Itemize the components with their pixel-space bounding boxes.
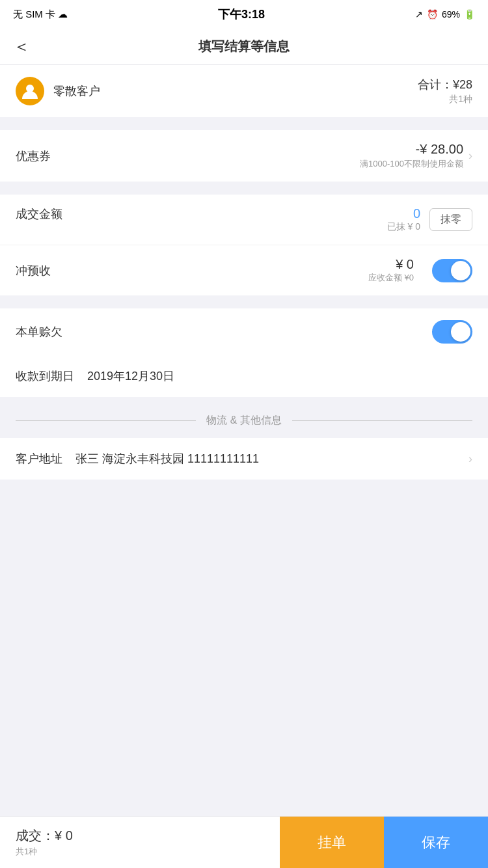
customer-left: 零散客户 [16,77,100,105]
logistics-header-text: 物流 & 其他信息 [206,414,282,427]
she-label: 本单赊欠 [16,324,62,340]
chong-sub: 应收金额 ¥0 [368,272,414,284]
chevron-right-icon: › [468,149,472,163]
customer-total: 合计：¥28 [418,77,472,92]
she-toggle[interactable] [432,320,472,344]
coupon-info: -¥ 28.00 满1000-100不限制使用金额 [360,142,463,170]
bottom-chengjiao: 成交：¥ 0 [16,827,264,845]
address-value: 张三 海淀永丰科技园 11111111111 [75,451,259,467]
bottom-summary: 成交：¥ 0 共1种 [0,827,280,858]
status-left: 无 SIM 卡 ☁ [13,8,68,21]
header-line-left [16,420,196,421]
bottom-count: 共1种 [16,846,264,858]
she-row: 本单赊欠 [0,308,488,355]
chengjiao-row: 成交金额 0 已抹 ¥ 0 抹零 [0,195,488,245]
header-line-right [292,420,472,421]
date-value: 2019年12月30日 [87,368,174,384]
customer-name: 零散客户 [53,83,100,99]
address-chevron-icon: › [468,452,472,466]
chong-row: 冲预收 ¥ 0 应收金额 ¥0 [0,245,488,295]
chengjiao-value: 0 [413,206,420,221]
toggle-knob [451,261,470,280]
customer-total-block: 合计：¥28 共1种 [418,77,472,105]
save-button[interactable]: 保存 [384,817,488,869]
chengjiao-value-group: 0 已抹 ¥ 0 [387,206,420,233]
bottom-chengjiao-label: 成交： [16,828,55,843]
sim-label: 无 SIM 卡 ☁ [13,8,68,21]
chong-toggle[interactable] [432,259,472,282]
coupon-desc: 满1000-100不限制使用金额 [360,158,463,170]
status-time: 下午3:18 [218,7,265,22]
customer-section: 零散客户 合计：¥28 共1种 [0,65,488,117]
empty-space [0,480,488,545]
divider-2 [0,188,488,195]
chong-amount: ¥ 0 [396,257,414,272]
battery-label: 69% [442,9,460,20]
transaction-section: 成交金额 0 已抹 ¥ 0 抹零 冲预收 ¥ 0 应收金额 ¥0 [0,195,488,295]
battery-icon: 🔋 [464,9,475,20]
chong-label: 冲预收 [16,263,51,278]
alarm-icon: ⏰ [427,9,438,20]
address-row[interactable]: 客户地址 张三 海淀永丰科技园 11111111111 › [0,438,488,480]
she-section: 本单赊欠 收款到期日 2019年12月30日 [0,308,488,397]
bottom-bar: 成交：¥ 0 共1种 挂单 保存 [0,816,488,868]
date-row: 收款到期日 2019年12月30日 [0,355,488,397]
divider-1 [0,124,488,130]
customer-row: 零散客户 合计：¥28 共1种 [0,65,488,117]
chong-middle: ¥ 0 应收金额 ¥0 [368,257,414,284]
she-toggle-knob [451,322,470,342]
chengjiao-label: 成交金额 [16,206,62,222]
page-title: 填写结算等信息 [198,38,290,55]
coupon-amount: -¥ 28.00 [360,142,463,157]
chengjiao-right: 0 已抹 ¥ 0 抹零 [387,206,472,233]
divider-3 [0,302,488,308]
status-bar: 无 SIM 卡 ☁ 下午3:18 ↗ ⏰ 69% 🔋 [0,0,488,29]
chengjiao-sub: 已抹 ¥ 0 [387,221,420,233]
address-label: 客户地址 [16,451,62,467]
back-button[interactable]: ＜ [13,35,30,58]
chong-right-group: ¥ 0 应收金额 ¥0 [368,257,472,284]
bottom-chengjiao-value: ¥ 0 [55,828,73,843]
coupon-section: 优惠券 -¥ 28.00 满1000-100不限制使用金额 › [0,130,488,182]
status-right: ↗ ⏰ 69% 🔋 [415,9,475,20]
address-left: 客户地址 张三 海淀永丰科技园 11111111111 [16,451,259,467]
hang-button[interactable]: 挂单 [280,817,384,869]
date-label: 收款到期日 [16,368,74,384]
coupon-right: -¥ 28.00 满1000-100不限制使用金额 › [360,142,472,170]
round-zero-button[interactable]: 抹零 [429,208,472,231]
nav-bar: ＜ 填写结算等信息 [0,29,488,65]
customer-count: 共1种 [418,94,472,105]
location-icon: ↗ [415,9,423,20]
avatar [16,77,44,105]
coupon-row[interactable]: 优惠券 -¥ 28.00 满1000-100不限制使用金额 › [0,130,488,182]
coupon-label: 优惠券 [16,148,51,164]
logistics-header: 物流 & 其他信息 [0,403,488,438]
